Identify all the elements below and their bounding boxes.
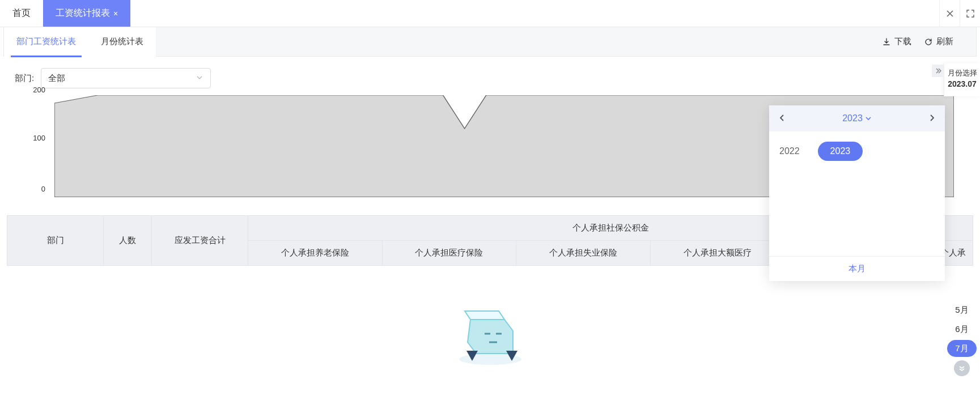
year-picker-popover: 2023 2022 2023 本月 bbox=[769, 105, 945, 281]
refresh-icon bbox=[924, 37, 933, 46]
year-next-button[interactable] bbox=[928, 113, 936, 125]
refresh-label: 刷新 bbox=[936, 36, 953, 47]
tab-salary-report[interactable]: 工资统计报表 × bbox=[43, 0, 130, 27]
sub-tab-month-label: 月份统计表 bbox=[101, 36, 143, 47]
y-tick-0: 0 bbox=[41, 185, 45, 193]
col-total: 应发工资合计 bbox=[152, 216, 248, 266]
col-count: 人数 bbox=[104, 216, 152, 266]
month-sidebar: 月份选择 2023.07 bbox=[944, 63, 980, 96]
x-icon bbox=[945, 9, 954, 18]
refresh-button[interactable]: 刷新 bbox=[924, 36, 953, 47]
filter-row: 部门: 全部 bbox=[3, 57, 977, 95]
col-pension: 个人承担养老保险 bbox=[248, 241, 383, 266]
col-big: 个人承担大额医疗 bbox=[650, 241, 784, 266]
fullscreen-button[interactable] bbox=[960, 0, 980, 27]
month-panel-title: 月份选择 bbox=[944, 67, 980, 79]
year-option-2023[interactable]: 2023 bbox=[818, 142, 863, 161]
y-tick-200: 200 bbox=[33, 86, 45, 94]
month-item-6[interactable]: 6月 bbox=[944, 320, 980, 339]
chevron-right-icon bbox=[928, 114, 936, 122]
download-label: 下载 bbox=[894, 36, 911, 47]
month-item-7[interactable]: 7月 bbox=[947, 340, 977, 357]
chevron-down-icon bbox=[196, 74, 203, 83]
year-select-label: 2023 bbox=[842, 113, 863, 124]
dept-select-value: 全部 bbox=[48, 73, 65, 84]
tab-salary-report-label: 工资统计报表 bbox=[56, 7, 110, 19]
close-icon[interactable]: × bbox=[113, 9, 118, 18]
tab-home-label: 首页 bbox=[12, 7, 31, 19]
tab-home[interactable]: 首页 bbox=[0, 0, 43, 27]
chevron-down-double-icon bbox=[958, 364, 966, 372]
sub-tab-bar: 部门工资统计表 月份统计表 下载 刷新 bbox=[3, 27, 977, 57]
svg-marker-3 bbox=[465, 311, 504, 320]
download-icon bbox=[882, 37, 891, 46]
sub-tab-dept[interactable]: 部门工资统计表 bbox=[4, 27, 88, 57]
year-option-2022[interactable]: 2022 bbox=[779, 142, 800, 161]
fullscreen-icon bbox=[966, 9, 975, 18]
svg-marker-2 bbox=[468, 320, 513, 354]
dept-filter-label: 部门: bbox=[15, 73, 34, 84]
download-button[interactable]: 下载 bbox=[882, 36, 911, 47]
col-dept: 部门 bbox=[7, 216, 104, 266]
month-panel-current: 2023.07 bbox=[944, 79, 980, 93]
month-item-5[interactable]: 5月 bbox=[944, 300, 980, 320]
y-axis: 0 100 200 bbox=[15, 95, 49, 208]
chevron-left-icon bbox=[778, 114, 786, 122]
close-panel-button[interactable] bbox=[939, 0, 960, 27]
chevron-right-double-icon bbox=[935, 67, 941, 74]
y-tick-100: 100 bbox=[33, 134, 45, 142]
sub-tab-dept-label: 部门工资统计表 bbox=[16, 36, 76, 47]
year-prev-button[interactable] bbox=[778, 113, 786, 125]
month-list: 5月 6月 7月 bbox=[944, 300, 980, 376]
sub-tab-month[interactable]: 月份统计表 bbox=[88, 27, 156, 57]
month-scroll-down-button[interactable] bbox=[954, 360, 970, 376]
this-month-button[interactable]: 本月 bbox=[849, 263, 866, 274]
dept-select[interactable]: 全部 bbox=[41, 68, 211, 88]
col-medical: 个人承担医疗保险 bbox=[382, 241, 516, 266]
col-unemp: 个人承担失业保险 bbox=[516, 241, 651, 266]
empty-state bbox=[7, 266, 973, 400]
top-tab-bar: 首页 工资统计报表 × bbox=[0, 0, 980, 27]
year-select-button[interactable]: 2023 bbox=[842, 113, 872, 124]
chevron-down-icon bbox=[865, 115, 872, 122]
collapse-sidebar-button[interactable] bbox=[932, 65, 944, 77]
empty-illustration-icon bbox=[451, 300, 530, 368]
